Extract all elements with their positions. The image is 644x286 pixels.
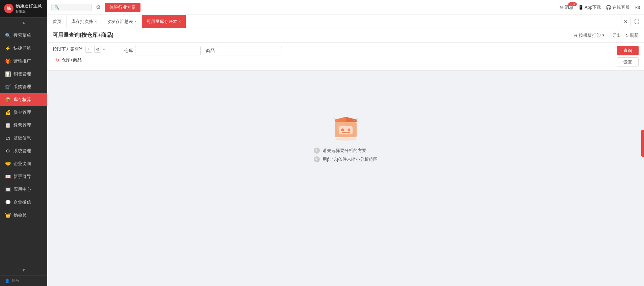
export-label: 导出 (612, 32, 621, 38)
svg-rect-5 (339, 126, 353, 134)
app-name: 畅康通好生意 (16, 3, 42, 9)
page-header: 可用量查询(按仓库+商品) 🖨 按模板打印 ▼ ↑ 导出 ↻ 刷新 (47, 28, 644, 43)
sales-icon: 📊 (5, 71, 11, 77)
print-icon: 🖨 (573, 33, 578, 38)
tab-available[interactable]: 可用量库存账本 × (142, 15, 186, 28)
service-label: 在线客服 (612, 4, 630, 10)
sidebar-item-label: 系统管理 (14, 148, 31, 154)
warehouse-input-wrapper: ··· (135, 46, 201, 55)
sidebar-item-operation[interactable]: 📋 经营管理 (0, 119, 47, 132)
export-action[interactable]: ↑ 导出 (609, 32, 621, 38)
sidebar-item-enterprise[interactable]: 🤝 企业协同 (0, 157, 47, 170)
topbar-search-box[interactable]: 🔍 (51, 4, 92, 11)
sidebar-item-basic[interactable]: 🗂 基础信息 (0, 132, 47, 145)
topbar-search-icon: 🔍 (54, 5, 59, 10)
online-service-action[interactable]: 🎧 在线客服 (606, 4, 630, 10)
right-edge-handle[interactable] (641, 130, 644, 157)
logo-icon: 畅 (4, 4, 14, 13)
tab-summary-close[interactable]: × (134, 19, 137, 24)
sidebar-item-sales[interactable]: 📊 销售管理 (0, 68, 47, 80)
tab-close-btn[interactable]: ✕ (621, 17, 630, 26)
sidebar-scroll-up[interactable]: ▲ (0, 18, 47, 28)
sidebar-item-label: 经营管理 (14, 122, 31, 128)
tabs-end: ✕ ⛶ (618, 17, 644, 26)
trial-button[interactable]: 体验行业方案 (105, 3, 140, 12)
sidebar-item-label: 搜索菜单 (14, 32, 31, 38)
sidebar-item-system[interactable]: ⚙ 系统管理 (0, 145, 47, 157)
tab-summary-label: 收发存汇总表 (107, 19, 133, 25)
svg-point-7 (347, 128, 350, 131)
message-icon: ✉ (560, 5, 564, 10)
purchase-icon: 🛒 (5, 84, 11, 89)
sidebar-item-label: 资金管理 (14, 109, 31, 115)
sidebar-item-search[interactable]: 🔍 搜索菜单 (0, 29, 47, 42)
warehouse-dots-btn[interactable]: ··· (192, 48, 198, 53)
tab-batch-label: 库存批次账 (71, 19, 93, 25)
sidebar-item-apps[interactable]: 🔲 应用中心 (0, 183, 47, 196)
page-content: 可用量查询(按仓库+商品) 🖨 按模板打印 ▼ ↑ 导出 ↻ 刷新 (47, 28, 644, 286)
goods-input[interactable] (220, 48, 274, 53)
tab-batch[interactable]: 库存批次账 × (67, 15, 102, 28)
filter-scheme-item-warehouse-goods[interactable]: ↻ 仓库+商品 (53, 55, 116, 65)
user-icon: 👤 (5, 279, 10, 283)
tab-expand-btn[interactable]: ⛶ (632, 17, 641, 26)
user-profile[interactable]: Rit (635, 5, 640, 10)
tab-available-close[interactable]: × (179, 19, 181, 24)
svg-rect-8 (342, 132, 350, 133)
app-badge: 标准版 (16, 9, 42, 14)
shortcut-icon: ⚡ (5, 46, 11, 51)
app-download-action[interactable]: 📱 App下载 (578, 4, 601, 10)
empty-state: ① 请先选择要分析的方案 ② 用[过滤]条件来缩小分析范围 (47, 71, 644, 206)
sidebar-item-label: 新手引导 (14, 174, 31, 180)
wechat-icon: 💬 (5, 200, 11, 205)
sidebar-item-marketing[interactable]: 🎁 营销推广 (0, 55, 47, 68)
empty-state-tips: ① 请先选择要分析的方案 ② 用[过滤]条件来缩小分析范围 (314, 148, 378, 162)
sidebar-item-guide[interactable]: 📖 新手引导 (0, 170, 47, 183)
empty-state-visual (329, 114, 363, 142)
topbar-actions: ✉ 消息 99+ 📱 App下载 🎧 在线客服 Rit (560, 4, 640, 10)
filter-field-warehouse: 仓库 ··· (124, 46, 201, 55)
download-icon: 📱 (578, 5, 584, 10)
filter-collapse-btn[interactable]: « (103, 47, 105, 52)
sidebar-bottom[interactable]: 👤 账号 (0, 275, 47, 286)
settings-button[interactable]: 设置 (617, 57, 639, 67)
query-button[interactable]: 查询 (617, 46, 639, 55)
sidebar-item-purchase[interactable]: 🛒 采购管理 (0, 80, 47, 93)
refresh-action[interactable]: ↻ 刷新 (625, 32, 639, 38)
sidebar-scroll-down[interactable]: ▼ (0, 265, 47, 275)
sidebar-item-label: 营销推广 (14, 58, 31, 64)
member-icon: 👑 (5, 212, 11, 218)
warehouse-label: 仓库 (124, 48, 133, 54)
warehouse-input[interactable] (138, 48, 192, 53)
tab-summary[interactable]: 收发存汇总表 × (102, 15, 142, 28)
topbar-search-input[interactable] (61, 5, 88, 10)
tip2-number: ② (314, 156, 320, 162)
sidebar-item-label: 畅会员 (14, 212, 27, 218)
sidebar-item-shortcut[interactable]: ⚡ 快捷导航 (0, 42, 47, 55)
sidebar: 畅 畅康通好生意 标准版 ▲ 🔍 搜索菜单 ⚡ 快捷导航 🎁 营销推广 📊 销售… (0, 0, 47, 286)
enterprise-icon: 🤝 (5, 161, 11, 166)
sidebar-item-member[interactable]: 👑 畅会员 (0, 209, 47, 222)
main-content: 🔍 ⚙ 体验行业方案 ✉ 消息 99+ 📱 App下载 🎧 在线客服 Rit (47, 0, 644, 286)
goods-dots-btn[interactable]: ··· (274, 48, 279, 53)
add-scheme-icon: + (87, 47, 90, 52)
filter-add-scheme-btn[interactable]: + (85, 46, 92, 53)
search-icon: 🔍 (5, 33, 11, 38)
tab-batch-close[interactable]: × (95, 19, 97, 24)
sidebar-item-label: 快捷导航 (14, 45, 31, 51)
scheme-item-icon: ↻ (55, 57, 59, 63)
message-action[interactable]: ✉ 消息 99+ (560, 4, 573, 10)
system-icon: ⚙ (5, 148, 11, 154)
sidebar-item-wechat[interactable]: 💬 企业微信 (0, 196, 47, 209)
filter-settings-scheme-btn[interactable]: ⚙ (94, 46, 101, 53)
message-badge: 99+ (568, 2, 577, 6)
print-action[interactable]: 🖨 按模板打印 ▼ (573, 32, 605, 38)
topbar-gear-icon[interactable]: ⚙ (95, 4, 102, 10)
app-logo: 畅 畅康通好生意 标准版 (0, 0, 47, 18)
sidebar-item-inventory[interactable]: 📦 库存核算 (0, 93, 47, 106)
apps-icon: 🔲 (5, 187, 11, 192)
tab-home[interactable]: 首页 (47, 15, 67, 28)
sidebar-item-finance[interactable]: 💰 资金管理 (0, 106, 47, 119)
filter-scheme-panel: 按以下方案查询 + ⚙ « ↻ 仓库+商品 (53, 46, 120, 65)
settings-scheme-icon: ⚙ (96, 47, 100, 52)
